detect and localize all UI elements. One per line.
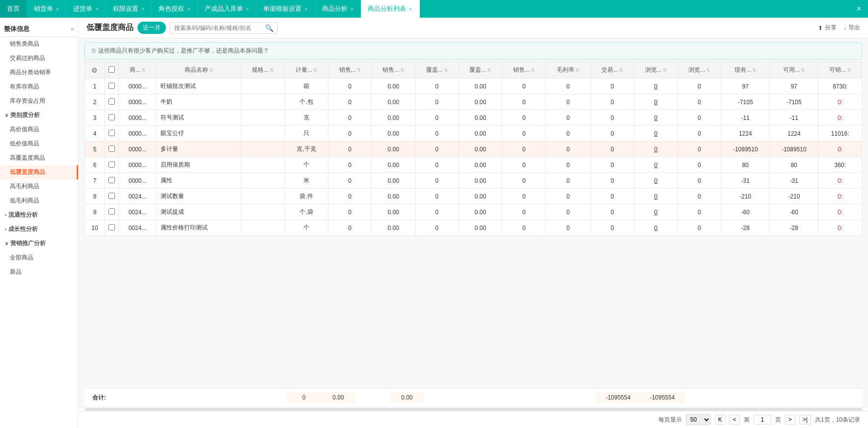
row-checkbox[interactable] — [108, 224, 115, 230]
sidebar-item-low-profit[interactable]: 低毛利商品 — [0, 194, 78, 208]
gear-icon[interactable]: ⚙ — [91, 66, 98, 74]
row-checkbox-cell[interactable] — [105, 142, 118, 157]
prev-page-button[interactable]: < — [730, 415, 740, 425]
close-icon[interactable]: × — [56, 6, 59, 12]
sidebar-section-header-marketing[interactable]: ∨ 营销推广分析 — [0, 236, 78, 251]
column-name[interactable]: 商品名称⇅ — [157, 62, 241, 79]
search-icon[interactable]: 🔍 — [265, 24, 273, 32]
nav-role-auth[interactable]: 角色授权 × — [152, 0, 197, 18]
close-icon[interactable]: × — [351, 6, 353, 12]
sidebar-item-high-value[interactable]: 高价值商品 — [0, 122, 78, 137]
row-view1[interactable]: 0 — [634, 110, 678, 126]
row-view1[interactable]: 0 — [634, 189, 678, 204]
column-cover2[interactable]: 覆盖...⇅ — [459, 62, 502, 79]
export-button[interactable]: ↓ 导出 — [843, 24, 860, 32]
row-view1[interactable]: 0 — [634, 157, 678, 173]
column-unit[interactable]: 计量...⇅ — [285, 62, 328, 79]
nav-home[interactable]: 首页 — [0, 0, 27, 18]
row-checkbox[interactable] — [108, 193, 115, 199]
sidebar-item-capital[interactable]: 库存资金占用 — [0, 94, 78, 108]
row-view1[interactable]: 0 — [634, 79, 678, 94]
nav-product-analysis-list[interactable]: 商品分析列表 × — [361, 0, 419, 18]
nav-sales-order[interactable]: 销货单 × — [27, 0, 66, 18]
nav-template-settings[interactable]: 单据模板设置 × — [256, 0, 315, 18]
close-icon[interactable]: × — [409, 6, 412, 12]
nav-permissions[interactable]: 权限设置 × — [106, 0, 152, 18]
data-table-wrapper[interactable]: ⚙ 商...⇅ 商品名称⇅ 规格...⇅ 计量...⇅ 销售...⇅ 销售...… — [84, 61, 862, 386]
last-page-button[interactable]: >| — [799, 415, 811, 425]
close-icon[interactable]: × — [187, 6, 190, 12]
row-view1[interactable]: 0 — [634, 126, 678, 142]
row-checkbox-cell[interactable] — [105, 94, 118, 110]
row-checkbox[interactable] — [108, 161, 115, 168]
column-cover1[interactable]: 覆盖...⇅ — [415, 62, 459, 79]
sidebar-item-high-profit[interactable]: 高毛利商品 — [0, 179, 78, 194]
column-view1[interactable]: 浏览...⇅ — [634, 62, 678, 79]
column-view2[interactable]: 浏览...⇅ — [678, 62, 721, 79]
sidebar-item-high-coverage[interactable]: 高覆盖度商品 — [0, 151, 78, 165]
sidebar-section-header-growth[interactable]: › 成长性分析 — [0, 222, 78, 236]
row-view1[interactable]: 0 — [634, 142, 678, 157]
column-current-stock[interactable]: 现有...⇅ — [721, 62, 770, 79]
sidebar-item-new-goods[interactable]: 新品 — [0, 265, 78, 279]
row-checkbox-cell[interactable] — [105, 220, 118, 236]
close-icon[interactable]: × — [95, 6, 98, 12]
row-view1[interactable]: 0 — [634, 173, 678, 189]
close-icon[interactable]: × — [246, 6, 249, 12]
row-checkbox[interactable] — [108, 177, 115, 183]
sidebar-collapse-button[interactable]: « — [71, 26, 74, 32]
row-checkbox[interactable] — [108, 208, 115, 215]
select-all-checkbox[interactable] — [108, 66, 115, 73]
page-number-input[interactable] — [754, 415, 771, 425]
column-select-all[interactable] — [105, 62, 118, 79]
window-close-button[interactable]: × — [850, 4, 868, 13]
first-page-button[interactable]: K — [715, 415, 726, 425]
column-sales-amt[interactable]: 销售...⇅ — [372, 62, 415, 79]
sidebar-section-header-liquidity[interactable]: › 流通性分析 — [0, 208, 78, 222]
nav-purchase-order[interactable]: 进货单 × — [66, 0, 106, 18]
row-checkbox[interactable] — [108, 130, 115, 136]
column-profit-rate[interactable]: 毛利率⇅ — [545, 62, 591, 79]
column-sales3[interactable]: 销售...⇅ — [502, 62, 546, 79]
row-name: 测试提成 — [157, 204, 241, 220]
next-page-button[interactable]: > — [785, 415, 795, 425]
filter-period-button[interactable]: 近一月 — [137, 22, 166, 34]
row-checkbox-cell[interactable] — [105, 110, 118, 126]
row-checkbox-cell[interactable] — [105, 79, 118, 94]
sidebar-item-traded-goods[interactable]: 交易过的商品 — [0, 51, 78, 65]
sidebar-item-sales-goods[interactable]: 销售类商品 — [0, 37, 78, 51]
column-sales-qty[interactable]: 销售...⇅ — [328, 62, 372, 79]
row-checkbox[interactable] — [108, 83, 115, 89]
column-gear[interactable]: ⚙ — [85, 62, 105, 79]
row-checkbox-cell[interactable] — [105, 204, 118, 220]
close-icon[interactable]: × — [141, 6, 144, 12]
sidebar-item-low-coverage[interactable]: 低覆盖度商品 — [0, 165, 78, 179]
sidebar-item-all-goods[interactable]: 全部商品 — [0, 251, 78, 265]
share-button[interactable]: ⬆ 分享 — [818, 24, 837, 32]
row-checkbox-cell[interactable] — [105, 126, 118, 142]
row-view1[interactable]: 0 — [634, 220, 678, 236]
column-trade[interactable]: 交易...⇅ — [591, 62, 634, 79]
row-view1[interactable]: 0 — [634, 204, 678, 220]
page-size-label: 每页显示 — [658, 416, 682, 424]
sidebar-item-category-rate[interactable]: 商品分类动销率 — [0, 65, 78, 80]
row-checkbox[interactable] — [108, 114, 115, 120]
row-checkbox-cell[interactable] — [105, 189, 118, 204]
nav-product-inbound[interactable]: 产成品入库单 × — [198, 0, 256, 18]
row-view1[interactable]: 0 — [634, 94, 678, 110]
row-checkbox-cell[interactable] — [105, 173, 118, 189]
search-input[interactable] — [174, 25, 265, 31]
column-saleable[interactable]: 可销...⇅ — [818, 62, 862, 79]
column-code[interactable]: 商...⇅ — [118, 62, 156, 79]
sidebar-item-in-stock[interactable]: 有库存商品 — [0, 80, 78, 94]
sidebar-item-low-value[interactable]: 低价值商品 — [0, 137, 78, 151]
row-checkbox[interactable] — [108, 98, 115, 105]
row-checkbox[interactable] — [108, 145, 115, 152]
row-checkbox-cell[interactable] — [105, 157, 118, 173]
close-icon[interactable]: × — [304, 6, 307, 12]
sidebar-section-header-category[interactable]: ∨ 类别度分析 — [0, 108, 78, 122]
nav-product-analysis[interactable]: 商品分析 × — [315, 0, 361, 18]
column-available-stock[interactable]: 可用...⇅ — [770, 62, 818, 79]
page-size-select[interactable]: 50 100 200 — [686, 414, 711, 425]
column-spec[interactable]: 规格...⇅ — [241, 62, 285, 79]
